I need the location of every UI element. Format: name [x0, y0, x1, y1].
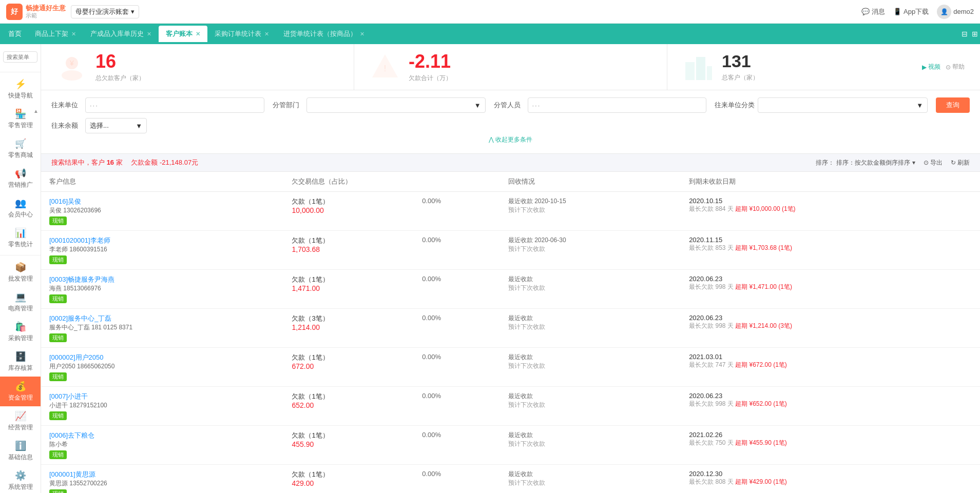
department-select[interactable]: ▼	[306, 97, 486, 113]
overdue-days: 最长欠款 884 天 超期 ¥10,000.00 (1笔)	[689, 205, 972, 213]
tab-purchase-order[interactable]: 采购订单统计表 ✕	[207, 26, 276, 42]
system-icon: ⚙️	[15, 470, 26, 481]
overdue-link[interactable]: 超期 ¥672.00 (1笔)	[735, 361, 787, 368]
unit-category-label: 往来单位分类	[715, 101, 755, 110]
tab-customer-account[interactable]: 客户账本 ✕	[159, 26, 207, 42]
recovery-date: 最近收款	[508, 431, 672, 440]
recovery-next: 预计下次收款	[508, 401, 672, 409]
customer-name-link[interactable]: [0002]服务中心_丁磊	[49, 314, 275, 323]
search-button[interactable]: 查询	[936, 97, 970, 113]
sidebar-item-retail-mall[interactable]: 🛒 零售商城	[0, 134, 41, 164]
col-due-date: 到期未收款日期	[681, 172, 980, 192]
app-label: App下载	[904, 7, 929, 16]
batch-mgmt-icon: 📦	[15, 262, 26, 273]
filter-area: 往来单位 ··· 分管部门 ▼ 分管人员 ···	[41, 90, 980, 154]
customer-name-link[interactable]: [0001020001]李老师	[49, 236, 275, 245]
tab-product-history[interactable]: 产成品入库单历史 ✕	[83, 26, 159, 42]
message-button[interactable]: 💬 消息	[861, 7, 885, 16]
source-unit-label: 往来单位	[51, 101, 82, 110]
customer-name-link[interactable]: [0003]畅捷服务尹海燕	[49, 275, 275, 284]
tabs-actions: ⊟ ⊞	[962, 30, 978, 38]
due-date: 2020.11.15	[689, 236, 972, 244]
member-icon: 👥	[15, 198, 26, 209]
tab-product-online[interactable]: 商品上下架 ✕	[28, 26, 83, 42]
table-container: 客户信息 欠交易信息（占比） 回收情况 到期未收款日期 [0016]吴俊 吴俊 …	[41, 172, 980, 493]
sidebar-item-basic-info[interactable]: ℹ️ 基础信息	[0, 436, 41, 466]
user-profile[interactable]: 👤 demo2	[937, 5, 974, 19]
overdue-link[interactable]: 超期 ¥10,000.00 (1笔)	[735, 205, 795, 212]
debt-amount: 1,703.68	[292, 245, 406, 253]
quick-nav-icon: ⚡	[15, 78, 26, 90]
manager-input[interactable]: ···	[528, 97, 707, 113]
recovery-next: 预计下次收款	[508, 206, 672, 214]
tab-close-icon[interactable]: ✕	[360, 31, 364, 37]
sidebar-item-operation[interactable]: 📈 经营管理	[0, 406, 41, 436]
sidebar-label: 经营管理	[8, 423, 33, 432]
sidebar-item-finance[interactable]: 💰 资金管理	[0, 377, 41, 406]
tab-close-icon[interactable]: ✕	[264, 31, 269, 37]
sidebar-item-retail-mgmt[interactable]: 🏪 零售管理 ▲	[0, 104, 41, 134]
customer-name-link[interactable]: [000002]用户2050	[49, 353, 275, 362]
filter-collapse-button[interactable]: ⋀ 收起更多条件	[51, 133, 970, 146]
overdue-link[interactable]: 超期 ¥1,471.00 (1笔)	[735, 283, 792, 290]
tab-expand-icon[interactable]: ⊞	[972, 30, 978, 38]
overdue-days: 最长欠款 747 天 超期 ¥672.00 (1笔)	[689, 361, 972, 369]
unit-category-select[interactable]: ▼	[758, 97, 928, 113]
sidebar-label: 会员中心	[8, 210, 33, 219]
tab-close-icon[interactable]: ✕	[147, 31, 151, 37]
app-download-button[interactable]: 📱 App下载	[893, 7, 929, 16]
debt-amount: 652.00	[292, 401, 406, 409]
sort-label-prefix: 排序：	[816, 159, 834, 167]
col-customer-info: 客户信息	[41, 172, 283, 192]
debt-amount: 1,471.00	[292, 284, 406, 292]
tab-home[interactable]: 首页	[2, 29, 28, 38]
debt-count: 欠款（1笔）	[292, 392, 406, 401]
sidebar-item-purchase[interactable]: 🛍️ 采购管理	[0, 317, 41, 347]
overdue-link[interactable]: 超期 ¥652.00 (1笔)	[735, 400, 787, 407]
customer-name-link[interactable]: [000001]黄思源	[49, 470, 275, 479]
debt-ratio: 0.00%	[422, 236, 492, 244]
customer-name-link[interactable]: [0006]去下粮仓	[49, 431, 275, 440]
sidebar-item-marketing[interactable]: 📢 营销推广	[0, 164, 41, 193]
store-selector[interactable]: 母婴行业演示账套 ▾	[71, 5, 139, 18]
sidebar-item-batch-mgmt[interactable]: 📦 批发管理	[0, 258, 41, 287]
sidebar-item-ecommerce[interactable]: 💻 电商管理	[0, 287, 41, 317]
sidebar-item-quick-nav[interactable]: ⚡ 快捷导航	[0, 74, 41, 104]
due-date: 2021.03.01	[689, 353, 972, 361]
tab-close-icon[interactable]: ✕	[196, 31, 200, 37]
operation-icon: 📈	[15, 410, 26, 422]
recovery-next: 预计下次收款	[508, 245, 672, 253]
export-button[interactable]: ⊙ 导出	[924, 159, 943, 167]
tab-close-icon[interactable]: ✕	[71, 31, 76, 37]
table-body: [0016]吴俊 吴俊 13026203696 现销 欠款（1笔） 10,000…	[41, 192, 980, 494]
cell-debt-ratio: 0.00%	[414, 309, 500, 348]
source-unit-input[interactable]: ···	[85, 97, 264, 113]
video-button[interactable]: ▶ 视频	[922, 63, 940, 71]
tab-import-stats[interactable]: 进货单统计表（按商品） ✕	[276, 26, 372, 42]
sidebar-item-retail-stats[interactable]: 📊 零售统计	[0, 223, 41, 253]
results-prefix: 搜索结果中，客户	[51, 159, 105, 166]
refresh-icon: ↻	[951, 159, 956, 166]
stat-total-customers-number: 131	[722, 52, 759, 71]
cell-debt-count: 欠款（1笔） 429.00	[283, 465, 414, 494]
refresh-button[interactable]: ↻ 刷新	[951, 159, 970, 167]
overdue-link[interactable]: 超期 ¥455.90 (1笔)	[735, 439, 787, 446]
overdue-link[interactable]: 超期 ¥1,703.68 (1笔)	[735, 244, 792, 251]
tab-minimize-icon[interactable]: ⊟	[962, 30, 968, 38]
sidebar-item-system[interactable]: ⚙️ 系统管理	[0, 466, 41, 493]
overdue-link[interactable]: 超期 ¥1,214.00 (3笔)	[735, 322, 792, 329]
help-button[interactable]: ⊙ 帮助	[946, 63, 965, 71]
balance-select[interactable]: 选择... ▼	[85, 118, 147, 133]
sidebar-item-inventory[interactable]: 🗄️ 库存核算	[0, 347, 41, 377]
overdue-link[interactable]: 超期 ¥429.00 (1笔)	[735, 478, 787, 485]
customer-name-link[interactable]: [0016]吴俊	[49, 197, 275, 206]
stat-owed-customers-label: 总欠款客户（家）	[95, 74, 145, 83]
sidebar-item-member[interactable]: 👥 会员中心	[0, 193, 41, 223]
search-input[interactable]	[3, 51, 37, 63]
sort-selector[interactable]: 排序： 排序：按欠款金额倒序排序 ▾	[816, 159, 915, 167]
sidebar-label: 零售管理	[8, 121, 33, 130]
customer-name-link[interactable]: [0007]小进干	[49, 392, 275, 401]
recovery-next: 预计下次收款	[508, 323, 672, 331]
col-recovery: 回收情况	[500, 172, 681, 192]
ecommerce-icon: 💻	[15, 291, 26, 303]
